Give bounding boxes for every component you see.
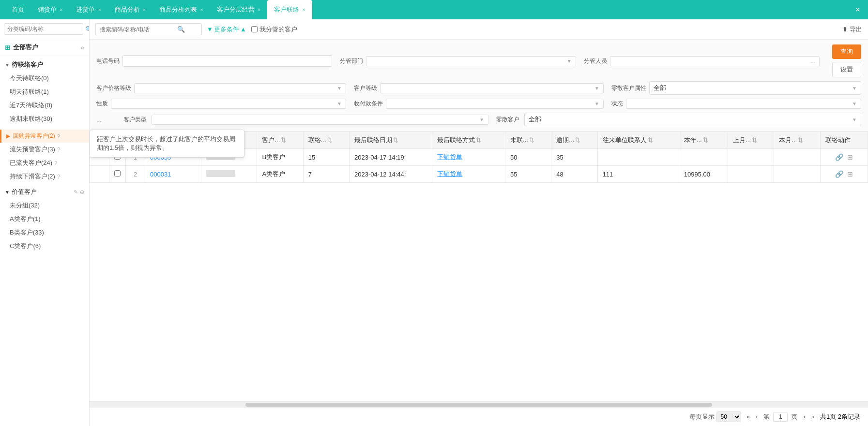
export-btn[interactable]: ⬆ 导出: [842, 25, 862, 34]
sidebar-item-repeat-abnormal[interactable]: ▶ 回购异常客户(2) ?: [0, 130, 89, 143]
th-last-contact-date[interactable]: 最后联络日期⇅: [350, 132, 432, 149]
last-method-sort-icon: ⇅: [476, 136, 481, 144]
filter-actions: 查询 设置: [832, 44, 861, 77]
action-grid-icon[interactable]: ⊞: [847, 153, 853, 161]
filter-row-3: 性质 ▼ 收付款条件 ▼ 状态: [96, 99, 861, 109]
person-select[interactable]: …: [610, 56, 820, 66]
row-code[interactable]: 000031: [145, 166, 201, 183]
scroll-thumb[interactable]: [245, 403, 713, 407]
value-group-add-icon[interactable]: ⊕: [80, 189, 84, 195]
sidebar-item-c-class[interactable]: C类客户(6): [0, 239, 89, 253]
first-page-btn[interactable]: «: [745, 412, 752, 421]
next-page-btn[interactable]: ›: [801, 412, 807, 421]
row-this-month: [774, 149, 820, 166]
per-page-select[interactable]: 50 100 200: [716, 411, 741, 422]
th-company-contact[interactable]: 往来单位联系人⇅: [597, 132, 679, 149]
price-grade-select[interactable]: ▼: [134, 83, 346, 93]
sidebar-item-7days[interactable]: 近7天待联络(0): [0, 99, 89, 112]
close-all-tabs-icon[interactable]: ×: [855, 5, 860, 15]
row-action: 🔗⊞: [820, 166, 868, 183]
action-grid-icon[interactable]: ⊞: [847, 170, 853, 178]
nav-analysis[interactable]: 商品分析 ×: [108, 0, 152, 19]
settings-button[interactable]: 设置: [832, 62, 861, 77]
row-name: [201, 166, 257, 183]
status-select[interactable]: ▼: [626, 99, 861, 109]
row-checkbox-cell: [109, 166, 126, 183]
th-unreturned[interactable]: 未联...⇅: [505, 132, 551, 149]
action-link-icon[interactable]: 🔗: [835, 170, 843, 178]
dept-select[interactable]: ▼: [366, 56, 576, 66]
sidebar-item-overdue[interactable]: 逾期未联络(30): [0, 112, 89, 126]
customer-search-input[interactable]: [100, 26, 177, 33]
close-analysis-icon[interactable]: ×: [143, 7, 146, 13]
sidebar-item-b-class[interactable]: B类客户(33): [0, 226, 89, 239]
current-page-input[interactable]: 1: [773, 412, 788, 422]
customer-grade-label: 客户等级: [354, 84, 377, 92]
my-customers-label: 我分管的客户: [259, 25, 297, 34]
page-end-label: 页: [790, 412, 799, 422]
conditions-arrow-icon: ▲: [240, 26, 246, 33]
close-purchase-icon[interactable]: ×: [98, 7, 101, 13]
repeat-abnormal-hint-icon[interactable]: ?: [57, 133, 60, 139]
last-page-btn[interactable]: »: [809, 412, 816, 421]
prev-page-btn[interactable]: ‹: [754, 412, 760, 421]
lost-pending-hint-icon[interactable]: ?: [57, 147, 60, 152]
row-this-year: [679, 149, 728, 166]
row-last-contact-method[interactable]: 下销货单: [432, 166, 505, 183]
query-button[interactable]: 查询: [832, 44, 861, 59]
sidebar-item-today[interactable]: 今天待联络(0): [0, 72, 89, 85]
nav-customer-contact[interactable]: 客户联络 ×: [267, 0, 312, 19]
gender-select[interactable]: ▼: [111, 99, 346, 109]
th-contact[interactable]: 联络...⇅: [303, 132, 349, 149]
th-this-year[interactable]: 本年...⇅: [679, 132, 728, 149]
customer-type-select[interactable]: ▼: [152, 115, 488, 125]
pay-condition-select[interactable]: ▼: [386, 99, 604, 109]
holding-down-hint-icon[interactable]: ?: [57, 174, 60, 179]
th-overdue[interactable]: 逾期...⇅: [551, 132, 597, 149]
sidebar-item-already-lost[interactable]: 已流失客户(24) ?: [0, 156, 89, 170]
row-checkbox[interactable]: [114, 170, 121, 176]
more-conditions-btn[interactable]: ▼ 更多条件 ▲: [207, 25, 246, 34]
th-type[interactable]: 客户...⇅: [257, 132, 303, 149]
customer-grade-select[interactable]: ▼: [380, 83, 604, 93]
close-customer-segment-icon[interactable]: ×: [258, 7, 260, 13]
value-group-edit-icon[interactable]: ✎: [74, 189, 78, 195]
pending-group: ▼ 待联络客户 今天待联络(0) 明天待联络(1) 近7天待联络(0) 逾期未联…: [0, 56, 89, 128]
nav-purchase[interactable]: 进货单 ×: [69, 0, 107, 19]
nav-customer-segment[interactable]: 客户分层经营 ×: [210, 0, 267, 19]
category-search-icon[interactable]: 🔍: [85, 26, 90, 33]
my-customers-checkbox[interactable]: [251, 26, 258, 32]
last-contact-link[interactable]: 下销货单: [437, 153, 462, 161]
close-analysis-list-icon[interactable]: ×: [200, 7, 203, 13]
already-lost-hint-icon[interactable]: ?: [54, 160, 57, 166]
my-customers-checkbox-area[interactable]: 我分管的客户: [251, 25, 297, 34]
row-last-contact-method[interactable]: 下销货单: [432, 149, 505, 166]
th-last-contact-method[interactable]: 最后联络方式⇅: [432, 132, 505, 149]
pending-group-label[interactable]: ▼ 待联络客户: [0, 58, 89, 72]
nav-home[interactable]: 首页: [5, 0, 31, 19]
pending-label: 待联络客户: [12, 60, 43, 69]
nav-analysis-list[interactable]: 商品分析列表 ×: [152, 0, 210, 19]
retail-customer-select[interactable]: 全部 ▼: [524, 113, 861, 126]
ellipsis-btn[interactable]: ...: [96, 116, 102, 123]
sidebar-item-lost-pending[interactable]: 流失预警客户(3) ?: [0, 143, 89, 156]
sidebar-collapse-btn[interactable]: «: [81, 44, 84, 51]
row-number: 2: [126, 166, 145, 183]
action-link-icon[interactable]: 🔗: [835, 153, 843, 161]
th-last-month[interactable]: 上月...⇅: [728, 132, 774, 149]
last-contact-link[interactable]: 下销货单: [437, 170, 462, 177]
customer-search-icon[interactable]: 🔍: [177, 26, 185, 33]
close-sales-icon[interactable]: ×: [60, 7, 62, 13]
retail-attr-select[interactable]: 全部 ▼: [649, 81, 861, 95]
sidebar-item-a-class[interactable]: A类客户(1): [0, 212, 89, 226]
close-customer-contact-icon[interactable]: ×: [302, 7, 305, 13]
overdue-sort-icon: ⇅: [575, 136, 580, 144]
nav-sales[interactable]: 销货单 ×: [31, 0, 69, 19]
sidebar-item-holding-down[interactable]: 持续下滑客户(2) ?: [0, 170, 89, 183]
horizontal-scrollbar[interactable]: [90, 401, 868, 407]
category-search-input[interactable]: [4, 23, 83, 35]
sidebar-item-tomorrow[interactable]: 明天待联络(1): [0, 85, 89, 99]
th-this-month[interactable]: 本月...⇅: [774, 132, 820, 149]
phone-input[interactable]: [122, 55, 332, 67]
sidebar-item-ungrouped[interactable]: 未分组(32): [0, 199, 89, 212]
